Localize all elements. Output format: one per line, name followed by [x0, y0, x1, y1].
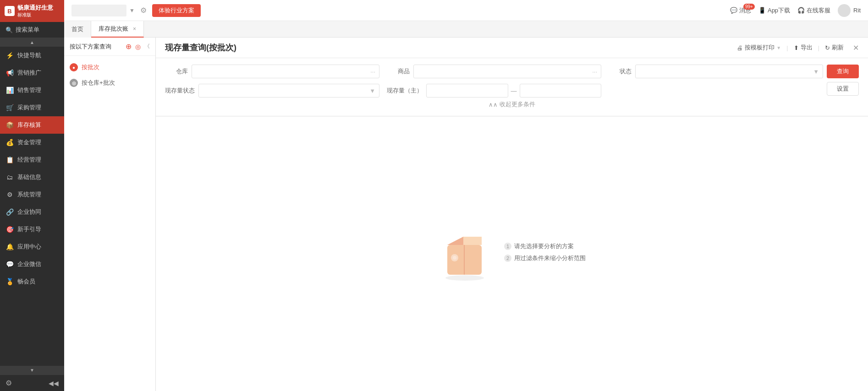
- search-icon: 🔍: [5, 27, 13, 33]
- print-template-button[interactable]: 🖨 按模板打印 ▼: [737, 43, 781, 52]
- print-dropdown-arrow[interactable]: ▼: [776, 45, 781, 50]
- content-wrapper: 按以下方案查询 ⊕ ◎ 《 ● 按批次 ◎ 按仓库+批次: [64, 38, 868, 391]
- message-icon: 💬: [730, 7, 737, 14]
- inventory-status-select[interactable]: ▼: [198, 84, 379, 98]
- empty-tip-1-text: 请先选择要分析的方案: [514, 242, 574, 250]
- sidebar-item-marketing[interactable]: 📢 营销推广: [0, 64, 64, 81]
- app-subtitle: 标准版: [17, 12, 53, 18]
- collapse-more-button[interactable]: ∧∧ 收起更多条件: [165, 98, 859, 109]
- sidebar-item-sales[interactable]: 📊 销售管理: [0, 81, 64, 99]
- product-input[interactable]: ···: [413, 65, 601, 78]
- sidebar-item-basic[interactable]: 🗂 基础信息: [0, 168, 64, 186]
- export-button[interactable]: ⬆ 导出: [794, 43, 813, 52]
- nav-input[interactable]: [71, 5, 126, 16]
- plan-icon-active: ●: [70, 63, 78, 71]
- experience-button[interactable]: 体验行业方案: [152, 4, 201, 17]
- sidebar-item-purchase[interactable]: 🛒 采购管理: [0, 99, 64, 116]
- page-title: 现存量查询(按批次): [165, 42, 236, 53]
- system-icon: ⚙: [5, 190, 14, 199]
- headset-icon: 🎧: [797, 7, 805, 14]
- plan-settings-button[interactable]: ◎: [135, 43, 141, 50]
- nav-dropdown-arrow[interactable]: ▼: [129, 7, 135, 14]
- panel-close-button[interactable]: ✕: [853, 43, 859, 52]
- sidebar-item-system[interactable]: ⚙ 系统管理: [0, 186, 64, 203]
- left-panel-header: 按以下方案查询 ⊕ ◎ 《: [64, 38, 155, 56]
- status-arrow[interactable]: ▼: [813, 68, 819, 75]
- quick-nav-icon: ⚡: [5, 51, 14, 60]
- sidebar-label-inventory: 库存核算: [17, 121, 41, 129]
- status-select[interactable]: ▼: [635, 65, 823, 78]
- search-menu[interactable]: 🔍 搜索菜单: [0, 22, 64, 38]
- warehouse-more-icon[interactable]: ···: [370, 68, 375, 75]
- tab-home[interactable]: 首页: [64, 21, 91, 38]
- sidebar-scroll-up[interactable]: ▲: [0, 38, 64, 47]
- left-panel: 按以下方案查询 ⊕ ◎ 《 ● 按批次 ◎ 按仓库+批次: [64, 38, 156, 391]
- inventory-qty-from[interactable]: [426, 84, 508, 98]
- finance-icon: 💰: [5, 138, 14, 147]
- inventory-qty-filter: 现存量（主） —: [387, 84, 601, 98]
- tab-batch-account[interactable]: 库存批次账 ×: [91, 21, 144, 38]
- sidebar-item-finance[interactable]: 💰 资金管理: [0, 134, 64, 151]
- topbar-settings-icon[interactable]: ⚙: [140, 6, 147, 15]
- filter-settings-button[interactable]: 设置: [827, 82, 859, 96]
- warehouse-input[interactable]: ···: [192, 65, 379, 78]
- message-button[interactable]: 💬 消息 99+: [730, 6, 751, 15]
- sidebar-item-quick-nav[interactable]: ⚡ 快捷导航: [0, 47, 64, 64]
- empty-tip-2: 2 用过滤条件来缩小分析范围: [504, 254, 586, 262]
- sidebar-item-operations[interactable]: 📋 经营管理: [0, 151, 64, 168]
- operations-icon: 📋: [5, 156, 14, 164]
- sidebar: B 畅康通好生意 标准版 🔍 搜索菜单 ▲ ⚡ 快捷导航 📢 营销推广 📊 销售…: [0, 0, 64, 391]
- sidebar-label-marketing: 营销推广: [17, 69, 41, 77]
- message-badge: 99+: [743, 4, 755, 10]
- right-panel: 现存量查询(按批次) 🖨 按模板打印 ▼ | ⬆ 导出 |: [156, 38, 868, 391]
- svg-point-4: [445, 275, 484, 281]
- tip-number-2: 2: [504, 255, 511, 262]
- tab-close-button[interactable]: ×: [133, 26, 136, 32]
- sidebar-header: B 畅康通好生意 标准版: [0, 0, 64, 22]
- sidebar-label-app-center: 应用中心: [17, 243, 41, 251]
- sidebar-item-newbie[interactable]: 🎯 新手引导: [0, 221, 64, 238]
- sidebar-item-member[interactable]: 🏅 畅会员: [0, 273, 64, 290]
- sidebar-nav: ⚡ 快捷导航 📢 营销推广 📊 销售管理 🛒 采购管理 📦 库存核算 💰 资金管…: [0, 47, 64, 366]
- sidebar-label-enterprise: 企业协同: [17, 208, 41, 216]
- query-button[interactable]: 查询: [827, 65, 859, 78]
- sidebar-item-corp-wechat[interactable]: 💬 企业微信: [0, 255, 64, 273]
- sidebar-item-enterprise[interactable]: 🔗 企业协同: [0, 203, 64, 221]
- status-filter: 状态 ▼: [609, 65, 823, 78]
- product-more-icon[interactable]: ···: [592, 68, 597, 75]
- tab-bar: 首页 库存批次账 ×: [64, 21, 868, 38]
- refresh-button[interactable]: ↻ 刷新: [825, 43, 844, 52]
- online-service-button[interactable]: 🎧 在线客服: [797, 6, 830, 15]
- plan-item-by-batch[interactable]: ● 按批次: [64, 60, 155, 75]
- inventory-qty-to[interactable]: [520, 84, 602, 98]
- sidebar-item-app-center[interactable]: 🔔 应用中心: [0, 238, 64, 255]
- app-download-icon: 📱: [758, 7, 766, 14]
- plan-item-by-warehouse-batch[interactable]: ◎ 按仓库+批次: [64, 75, 155, 91]
- plan-list: ● 按批次 ◎ 按仓库+批次: [64, 56, 155, 391]
- filter-action-buttons: 查询 设置: [827, 65, 859, 96]
- purchase-icon: 🛒: [5, 103, 14, 112]
- member-icon: 🏅: [5, 277, 14, 286]
- sidebar-label-operations: 经营管理: [17, 156, 41, 164]
- search-menu-label: 搜索菜单: [16, 26, 39, 34]
- sidebar-label-basic: 基础信息: [17, 173, 41, 181]
- left-panel-collapse-button[interactable]: 《: [144, 43, 150, 50]
- sidebar-item-inventory[interactable]: 📦 库存核算: [0, 116, 64, 134]
- left-panel-title: 按以下方案查询: [70, 43, 111, 51]
- inventory-status-arrow[interactable]: ▼: [369, 87, 375, 94]
- page-actions: 🖨 按模板打印 ▼ | ⬆ 导出 | ↻ 刷新: [737, 43, 844, 52]
- sidebar-label-purchase: 采购管理: [17, 103, 41, 112]
- sidebar-collapse-button[interactable]: ◀◀: [49, 380, 59, 387]
- sidebar-gear-button[interactable]: ⚙: [5, 379, 12, 387]
- warehouse-label: 仓库: [165, 67, 188, 76]
- corp-wechat-icon: 💬: [5, 260, 14, 268]
- sidebar-label-finance: 资金管理: [17, 138, 41, 147]
- app-center-icon: 🔔: [5, 243, 14, 251]
- user-avatar: [838, 4, 851, 17]
- app-download-button[interactable]: 📱 App下载: [758, 6, 790, 15]
- plan-label-by-batch: 按批次: [82, 63, 99, 71]
- export-label: 导出: [801, 43, 813, 52]
- add-plan-button[interactable]: ⊕: [126, 42, 132, 51]
- user-menu-button[interactable]: Rit: [838, 4, 861, 17]
- sidebar-scroll-down[interactable]: ▼: [0, 366, 64, 375]
